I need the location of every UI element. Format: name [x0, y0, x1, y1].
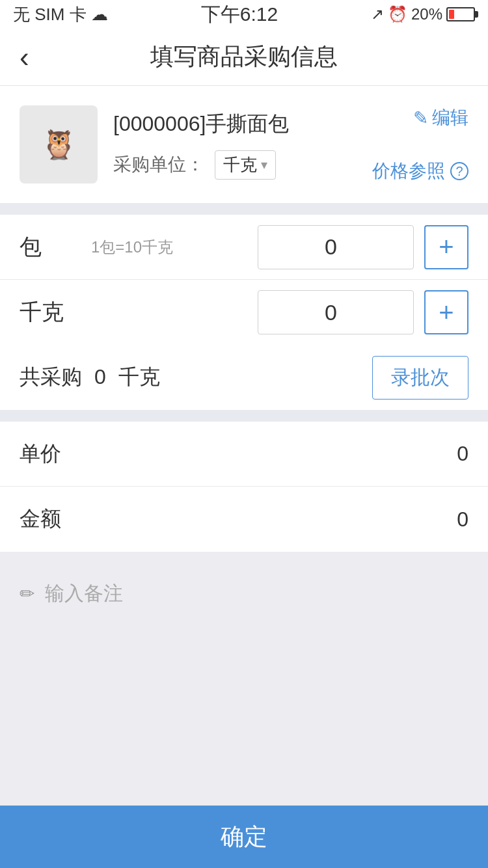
- summary-row: 共采购 0 千克 录批次: [0, 345, 488, 410]
- bag-quantity-input[interactable]: [258, 225, 414, 269]
- sim-label: 无 SIM 卡 ☁: [13, 3, 108, 26]
- kg-quantity-input[interactable]: [258, 290, 414, 334]
- quantity-form-section: 包 1包=10千克 + 千克 +: [0, 215, 488, 345]
- back-button[interactable]: ‹: [20, 43, 29, 72]
- unit-dropdown-arrow: ▾: [261, 157, 267, 172]
- unit-price-row: 单价 0: [0, 422, 488, 487]
- battery-icon: [446, 7, 475, 21]
- edit-icon: ✎: [413, 107, 428, 129]
- unit-price-value: 0: [457, 442, 468, 466]
- kg-quantity-row: 千克 +: [0, 280, 488, 345]
- status-right: ↗ ⏰ 20%: [371, 5, 475, 23]
- divider-1: [0, 203, 488, 215]
- edit-button[interactable]: ✎ 编辑: [413, 105, 468, 130]
- summary-prefix: 共采购: [20, 365, 82, 388]
- divider-2: [0, 410, 488, 422]
- price-ref-help-icon: ?: [450, 162, 468, 180]
- product-thumbnail: 🦉: [20, 105, 98, 183]
- bag-sub-label: 1包=10千克: [91, 237, 173, 258]
- location-icon: ↗: [371, 5, 384, 23]
- bag-label: 包: [20, 232, 85, 262]
- battery-pct: 20%: [411, 5, 442, 23]
- price-section: 单价 0 金额 0: [0, 422, 488, 552]
- price-reference-button[interactable]: 价格参照 ?: [372, 159, 468, 183]
- unit-select[interactable]: 千克 ▾: [215, 150, 276, 180]
- pencil-icon: ✏: [20, 583, 34, 604]
- edit-label: 编辑: [432, 105, 468, 130]
- page-title: 填写商品采购信息: [150, 41, 338, 73]
- status-left: 无 SIM 卡 ☁: [13, 3, 108, 26]
- amount-label: 金额: [20, 505, 61, 534]
- nav-bar: ‹ 填写商品采购信息: [0, 29, 488, 86]
- product-thumb-icon: 🦉: [41, 128, 77, 161]
- amount-value: 0: [457, 508, 468, 532]
- remark-input[interactable]: 输入备注: [45, 580, 123, 607]
- amount-row: 金额 0: [0, 487, 488, 552]
- kg-plus-button[interactable]: +: [424, 290, 468, 334]
- batch-record-button[interactable]: 录批次: [372, 356, 468, 400]
- bag-input-area: +: [173, 225, 468, 269]
- summary-text: 共采购 0 千克: [20, 363, 160, 392]
- bag-quantity-row: 包 1包=10千克 +: [0, 215, 488, 280]
- confirm-button[interactable]: 确定: [0, 806, 488, 868]
- product-card: 🦉 [0000006]手撕面包 采购单位： 千克 ▾ ✎ 编辑 价格参照 ?: [0, 86, 488, 203]
- kg-label: 千克: [20, 297, 85, 327]
- unit-price-label: 单价: [20, 440, 61, 468]
- bag-plus-button[interactable]: +: [424, 225, 468, 269]
- kg-input-area: +: [85, 290, 468, 334]
- alarm-icon: ⏰: [388, 5, 407, 23]
- status-time: 下午6:12: [201, 1, 278, 28]
- summary-suffix: 千克: [118, 365, 160, 388]
- status-bar: 无 SIM 卡 ☁ 下午6:12 ↗ ⏰ 20%: [0, 0, 488, 29]
- confirm-label: 确定: [221, 821, 267, 853]
- unit-prefix-label: 采购单位：: [113, 152, 204, 177]
- unit-value: 千克: [223, 154, 257, 176]
- remark-section[interactable]: ✏ 输入备注: [0, 563, 488, 624]
- price-ref-label: 价格参照: [372, 159, 445, 183]
- summary-amount: 0: [94, 365, 106, 388]
